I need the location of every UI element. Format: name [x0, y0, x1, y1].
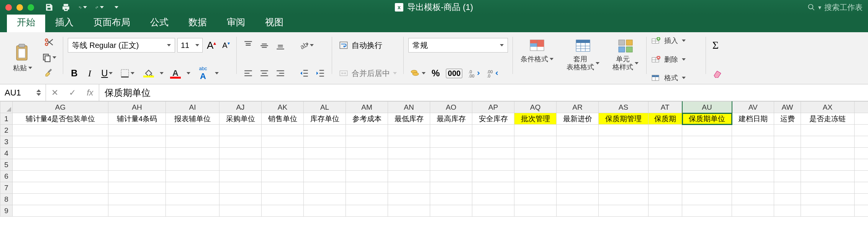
column-header-AX[interactable]: AX [801, 102, 855, 113]
align-left-button[interactable] [241, 67, 255, 79]
tab-data[interactable]: 数据 [179, 12, 217, 32]
column-header-AO[interactable]: AO [430, 102, 472, 113]
cell-AQ2[interactable] [514, 125, 557, 136]
cell-AL3[interactable] [304, 136, 346, 148]
cell-AX2[interactable] [801, 125, 855, 136]
row-header-5[interactable]: 5 [0, 159, 13, 171]
cell-AV7[interactable] [732, 182, 774, 194]
cell-AJ7[interactable] [219, 182, 262, 194]
fill-color-button[interactable] [139, 68, 158, 79]
format-as-table-button[interactable]: 套用 表格格式 [563, 38, 603, 72]
cell-AJ1[interactable]: 采购单位 [219, 113, 262, 125]
cell-AH8[interactable] [108, 194, 166, 205]
cell-AG6[interactable] [13, 171, 108, 182]
name-box-stepper[interactable] [36, 89, 41, 96]
percent-format-button[interactable]: % [430, 67, 442, 80]
cell-AR7[interactable] [557, 182, 599, 194]
tab-layout[interactable]: 页面布局 [84, 12, 140, 32]
cell-AJ8[interactable] [219, 194, 262, 205]
borders-button[interactable] [118, 67, 137, 79]
cell-AX5[interactable] [801, 159, 855, 171]
cell-AR5[interactable] [557, 159, 599, 171]
cell-AU7[interactable] [682, 182, 732, 194]
accounting-format-button[interactable] [408, 67, 427, 79]
conditional-formatting-button[interactable]: 条件格式 [518, 38, 557, 64]
cell-AS1[interactable]: 保质期管理 [599, 113, 649, 125]
cell-AO9[interactable] [430, 205, 472, 217]
cell-AH6[interactable] [108, 171, 166, 182]
tab-home[interactable]: 开始 [7, 12, 45, 32]
name-box[interactable]: AU1 [0, 84, 46, 101]
formula-input[interactable]: 保质期单位 [99, 87, 868, 99]
cell-AM3[interactable] [346, 136, 388, 148]
cell-AV5[interactable] [732, 159, 774, 171]
phonetic-button[interactable]: abcA [193, 64, 213, 82]
decrease-font-button[interactable]: A▾ [220, 40, 231, 51]
cell-AU2[interactable] [682, 125, 732, 136]
cell-AU1[interactable]: 保质期单位 [682, 113, 732, 125]
cell-AI9[interactable] [166, 205, 219, 217]
column-header-AM[interactable]: AM [346, 102, 388, 113]
cell-AR8[interactable] [557, 194, 599, 205]
cell-AK1[interactable]: 销售单位 [262, 113, 304, 125]
cell-AX7[interactable] [801, 182, 855, 194]
cell-AX1[interactable]: 是否走冻链 [801, 113, 855, 125]
cell-AP5[interactable] [472, 159, 514, 171]
cell-AV1[interactable]: 建档日期 [732, 113, 774, 125]
cell-AQ1[interactable]: 批次管理 [514, 113, 557, 125]
cell-AJ5[interactable] [219, 159, 262, 171]
row-header-8[interactable]: 8 [0, 194, 13, 205]
insert-cells-button[interactable]: 插入 [651, 36, 701, 45]
cell-AR2[interactable] [557, 125, 599, 136]
column-header-AJ[interactable]: AJ [219, 102, 262, 113]
cell-AQ4[interactable] [514, 148, 557, 159]
cell-AP4[interactable] [472, 148, 514, 159]
cell-AY6[interactable] [855, 171, 868, 182]
cell-AH4[interactable] [108, 148, 166, 159]
cell-AU6[interactable] [682, 171, 732, 182]
cell-AY1[interactable]: 商品自定义项 [855, 113, 868, 125]
cell-AQ5[interactable] [514, 159, 557, 171]
cell-AT6[interactable] [649, 171, 682, 182]
cell-AU8[interactable] [682, 194, 732, 205]
column-header-AS[interactable]: AS [599, 102, 649, 113]
cell-AU9[interactable] [682, 205, 732, 217]
select-all-corner[interactable] [0, 102, 13, 113]
row-header-7[interactable]: 7 [0, 182, 13, 194]
cell-AR9[interactable] [557, 205, 599, 217]
cell-AT8[interactable] [649, 194, 682, 205]
cell-AI7[interactable] [166, 182, 219, 194]
cell-AP2[interactable] [472, 125, 514, 136]
cell-AI6[interactable] [166, 171, 219, 182]
cell-AI1[interactable]: 报表辅单位 [166, 113, 219, 125]
cell-AS8[interactable] [599, 194, 649, 205]
cell-AP6[interactable] [472, 171, 514, 182]
cell-AG1[interactable]: 辅计量4是否包装单位 [13, 113, 108, 125]
cell-AO4[interactable] [430, 148, 472, 159]
cell-AM9[interactable] [346, 205, 388, 217]
cell-AX3[interactable] [801, 136, 855, 148]
cell-AL7[interactable] [304, 182, 346, 194]
font-name-combo[interactable]: 等线 Regular (正文) [68, 38, 175, 53]
cell-AO3[interactable] [430, 136, 472, 148]
cell-AK9[interactable] [262, 205, 304, 217]
cell-AH1[interactable]: 辅计量4条码 [108, 113, 166, 125]
cell-AJ6[interactable] [219, 171, 262, 182]
column-header-AW[interactable]: AW [774, 102, 801, 113]
delete-cells-button[interactable]: 删除 [651, 55, 701, 64]
clear-button[interactable] [711, 67, 725, 79]
cell-AT1[interactable]: 保质期 [649, 113, 682, 125]
cell-AX6[interactable] [801, 171, 855, 182]
cell-AT7[interactable] [649, 182, 682, 194]
cell-AI8[interactable] [166, 194, 219, 205]
column-header-AN[interactable]: AN [388, 102, 430, 113]
cell-AL8[interactable] [304, 194, 346, 205]
column-header-AY[interactable]: AY [855, 102, 868, 113]
cell-AN9[interactable] [388, 205, 430, 217]
cell-AO7[interactable] [430, 182, 472, 194]
save-icon[interactable] [45, 3, 53, 12]
cell-AG3[interactable] [13, 136, 108, 148]
cell-AY3[interactable] [855, 136, 868, 148]
cell-AQ7[interactable] [514, 182, 557, 194]
cell-AW3[interactable] [774, 136, 801, 148]
